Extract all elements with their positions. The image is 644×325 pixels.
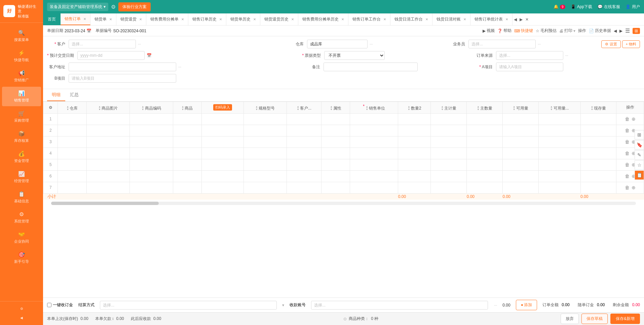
tab-close-icon[interactable]: ✕ — [505, 17, 508, 21]
shortcut-btn[interactable]: ⌨快捷键 — [514, 28, 533, 34]
prev-nav-btn[interactable]: ◀ — [614, 29, 617, 33]
right-mini-2[interactable]: 🔖 — [635, 140, 644, 150]
sidebar-item-资金管理[interactable]: 💰资金管理 — [2, 147, 41, 167]
col-main_unit[interactable]: ▲▼主计量 — [431, 102, 467, 114]
system-selector[interactable]: 装备及固定资产辅助管理系统 ▾ — [47, 3, 108, 11]
sidebar-item-销售管理[interactable]: 📊销售管理 — [2, 87, 41, 106]
tab-nav-left[interactable]: ◀ — [513, 17, 518, 22]
tab-close-icon[interactable]: ✕ — [253, 17, 256, 21]
right-mini-1[interactable]: ⊞ — [635, 130, 644, 139]
tab-close-icon[interactable]: ✕ — [341, 17, 344, 21]
operations-btn[interactable]: 操作 — [578, 28, 586, 34]
user-menu[interactable]: 👤 用户 — [626, 4, 640, 10]
settings-btn[interactable]: ⚙ 设置 — [601, 40, 620, 48]
customer-addr-input[interactable] — [69, 63, 176, 71]
col-available2[interactable]: ▲▼可用量... — [538, 102, 580, 114]
tab-销货单[interactable]: 销货单✕ — [90, 13, 116, 25]
staff-input[interactable] — [468, 40, 536, 48]
tab-close-icon[interactable]: ✕ — [83, 17, 86, 21]
col-unit[interactable]: ▲▼销售单位 — [350, 102, 398, 114]
tab-close-icon[interactable]: ✕ — [383, 17, 386, 21]
tab-钱货日清对账[interactable]: 钱货日清对账✕ — [432, 13, 470, 25]
notification-btn[interactable]: 🔔 9 — [554, 4, 565, 9]
sidebar-item-基础信息[interactable]: 📋基础信息 — [2, 188, 41, 207]
tab-close-icon[interactable]: ✕ — [139, 17, 142, 21]
topbar-settings-icon[interactable]: ⚙ — [111, 4, 116, 10]
tab-close-icon[interactable]: ✕ — [219, 17, 222, 21]
one-click-checkbox[interactable]: 一键收订金 — [47, 302, 73, 308]
warehouse-input[interactable] — [307, 40, 368, 48]
col-name[interactable]: ▲▼商品 — [173, 102, 201, 114]
account-input[interactable] — [311, 301, 488, 310]
project-b-input[interactable] — [69, 74, 176, 83]
tab-销货退货历史[interactable]: 销货退货历史✕ — [260, 13, 298, 25]
order-source-ellipsis[interactable]: ··· — [565, 53, 568, 57]
sidebar-item-营销推广[interactable]: 📢营销推广 — [2, 67, 41, 86]
one-click-checkbox-input[interactable] — [47, 303, 51, 307]
col-attr[interactable]: ▲▼属性 — [321, 102, 350, 114]
delete-row-icon[interactable]: 🗑 — [625, 173, 630, 179]
tab-销货退货[interactable]: 销货退货✕ — [116, 13, 146, 25]
next-nav-btn[interactable]: ▶ — [619, 29, 622, 33]
add-payment-btn[interactable]: ●添加 — [516, 300, 537, 310]
sidebar-item-库存核算[interactable]: 📦库存核算 — [2, 127, 41, 147]
staff-ellipsis[interactable]: ··· — [538, 42, 541, 46]
sidebar-item-快捷导航[interactable]: ⚡快捷导航 — [2, 46, 41, 66]
delete-row-icon[interactable]: 🗑 — [625, 162, 630, 167]
print-btn[interactable]: 🖨打印 ▾ — [559, 28, 575, 34]
order-source-input[interactable] — [496, 51, 563, 60]
sidebar-item-新手引导[interactable]: 🎯新手引导 — [2, 248, 41, 268]
delete-row-icon[interactable]: 🗑 — [625, 128, 630, 133]
online-service-btn[interactable]: 💬 在线客服 — [598, 4, 620, 10]
add-material-btn[interactable]: + 物料 — [622, 40, 640, 48]
right-mini-3[interactable]: ✎ — [635, 150, 644, 160]
right-mini-4[interactable]: ☆ — [635, 160, 644, 170]
view-btn[interactable]: ▶视频 — [483, 28, 495, 34]
table-container[interactable]: ⚙▲▼仓库▲▼商品图片▲▼商品编码▲▼商品扫码录入▲▼规格型号▲▼客户...▲▼… — [43, 101, 644, 297]
delete-row-icon[interactable]: 🗑 — [625, 116, 630, 122]
tab-nav-right[interactable]: ▶ — [518, 17, 524, 22]
card-view-btn[interactable]: ⊞ — [633, 28, 640, 34]
tab-close-icon[interactable]: ✕ — [109, 17, 112, 21]
tab-销售订单工作台[interactable]: 销售订单工作台✕ — [348, 13, 390, 25]
warehouse-ellipsis[interactable]: ··· — [370, 42, 373, 46]
sidebar-item-经营管理[interactable]: 📈经营管理 — [2, 167, 41, 187]
tab-销售订单历史[interactable]: 销售订单历史✕ — [188, 13, 226, 25]
customer-ellipsis[interactable]: ··· — [138, 42, 141, 46]
payment-method-input[interactable] — [100, 301, 277, 310]
remark-input[interactable] — [324, 63, 418, 71]
tab-销货单历史[interactable]: 销货单历史✕ — [226, 13, 260, 25]
sidebar-collapse[interactable]: ◀ — [2, 313, 41, 322]
col-qty2[interactable]: ▲▼数量2 — [398, 102, 431, 114]
tab-销售费用分摊单历史[interactable]: 销售费用分摊单历史✕ — [298, 13, 348, 25]
calendar-icon[interactable]: 📅 — [86, 29, 91, 33]
delete-row-icon[interactable]: 🗑 — [625, 139, 630, 145]
sidebar-item-系统管理[interactable]: ⚙系统管理 — [2, 208, 41, 227]
save-new-btn[interactable]: 保存&新增 — [610, 314, 640, 324]
tab-close-icon[interactable]: ✕ — [425, 17, 428, 21]
history-btn[interactable]: 📄历史单据 — [589, 28, 611, 34]
profit-btn[interactable]: ☆毛利预估 — [536, 28, 557, 34]
tab-销售订单[interactable]: 销售订单✕ — [61, 13, 90, 25]
col-available[interactable]: ▲▼可用量 — [502, 102, 538, 114]
save-draft-btn[interactable]: 保存草稿 — [581, 314, 608, 324]
delivery-calendar-icon[interactable]: 📅 — [147, 53, 152, 58]
scan-btn[interactable]: 扫码录入 — [213, 104, 232, 111]
help-btn[interactable]: ❓帮助 — [497, 28, 512, 34]
tab-home[interactable]: 首页 — [43, 13, 61, 25]
col-warehouse[interactable]: ▲▼仓库 — [58, 102, 86, 114]
copy-row-icon[interactable]: ⊕ — [632, 116, 636, 122]
delete-row-icon[interactable]: 🗑 — [625, 185, 630, 190]
customer-input[interactable] — [69, 40, 136, 48]
sidebar-item-企业协同[interactable]: 🤝企业协同 — [2, 228, 41, 247]
customer-addr-ellipsis[interactable]: ··· — [178, 65, 181, 69]
detail-tab-明细[interactable]: 明细 — [47, 89, 65, 101]
account-ellipsis[interactable]: ··· — [494, 303, 497, 307]
tab-close-icon[interactable]: ✕ — [181, 17, 184, 21]
sidebar-item-搜索菜单[interactable]: 🔍搜索菜单 — [2, 26, 41, 46]
app-download-btn[interactable]: 📱 App下载 — [571, 4, 592, 10]
invoice-select[interactable]: 不开票 — [324, 51, 385, 60]
project-a-input[interactable] — [496, 63, 563, 71]
delivery-input[interactable] — [77, 51, 145, 60]
detail-tab-汇总[interactable]: 汇总 — [65, 89, 83, 101]
